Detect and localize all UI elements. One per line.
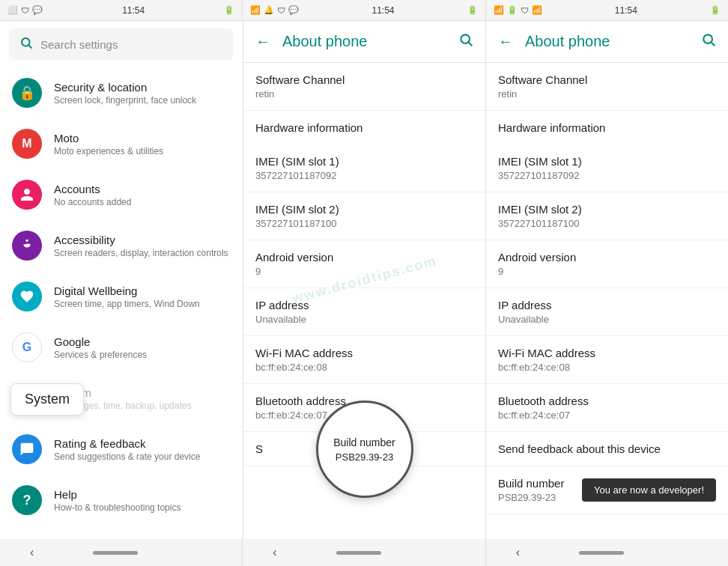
- search-icon-right[interactable]: [701, 32, 716, 51]
- settings-item-digitalwellbeing[interactable]: Digital Wellbeing Screen time, app timer…: [0, 271, 243, 322]
- info-android-right[interactable]: Android version 9: [486, 240, 728, 288]
- rating-icon: [12, 434, 42, 464]
- shield-icon: 🛡: [21, 6, 29, 15]
- status-bar: ⬜ 🛡 💬 11:54 🔋 📶 🔔 🛡 💬 11:54 🔋 📶 🔋 🛡 📶 11…: [0, 0, 728, 21]
- battery-icon-left: 🔋: [224, 5, 234, 15]
- info-build-right[interactable]: Build number PSB29.39-23 You are now a d…: [486, 466, 728, 514]
- build-text-right: Build number PSB29.39-23: [498, 477, 564, 503]
- search-icon: [19, 36, 33, 52]
- info-software-channel-right[interactable]: Software Channel retin: [486, 63, 728, 111]
- android-label-mid: Android version: [255, 251, 473, 264]
- settings-item-accounts[interactable]: Accounts No accounts added: [0, 169, 243, 220]
- accounts-text: Accounts No accounts added: [54, 183, 231, 207]
- back-btn-right[interactable]: ‹: [516, 546, 520, 559]
- build-circle[interactable]: Build number PSB29.39-23: [316, 401, 413, 498]
- android-label-right: Android version: [498, 251, 716, 264]
- digitalwellbeing-subtitle: Screen time, app timers, Wind Down: [54, 299, 231, 309]
- info-imei1-right[interactable]: IMEI (SIM slot 1) 357227101187092: [486, 144, 728, 192]
- moto-title: Moto: [54, 132, 231, 144]
- svg-point-5: [703, 34, 712, 43]
- status-icons-mid: 📶 🔔 🛡 💬: [250, 5, 299, 15]
- info-software-channel-mid[interactable]: Software Channel retin: [243, 63, 485, 111]
- middle-panel-title: About phone: [282, 33, 446, 50]
- svg-point-3: [461, 34, 470, 43]
- software-channel-label-right: Software Channel: [498, 73, 716, 86]
- settings-item-accessibility[interactable]: Accessibility Screen readers, display, i…: [0, 220, 243, 271]
- back-btn-left[interactable]: ‹: [30, 546, 34, 559]
- rating-text: Rating & feedback Send suggestions & rat…: [54, 437, 231, 462]
- accessibility-title: Accessibility: [54, 234, 231, 246]
- android-value-mid: 9: [255, 266, 473, 277]
- back-arrow-right[interactable]: ←: [498, 33, 513, 50]
- imei2-label-mid: IMEI (SIM slot 2): [255, 203, 473, 216]
- message-icon: 💬: [32, 5, 43, 15]
- settings-item-security[interactable]: 🔒 Security & location Screen lock, finge…: [0, 67, 243, 118]
- security-text: Security & location Screen lock, fingerp…: [54, 81, 231, 106]
- wifi-label-mid: Wi-Fi MAC address: [255, 347, 473, 359]
- info-android-mid[interactable]: Android version 9: [243, 240, 485, 288]
- android-value-right: 9: [498, 266, 716, 277]
- right-panel-content: Software Channel retin Hardware informat…: [486, 63, 728, 539]
- help-subtitle: How-to & troubleshooting topics: [54, 502, 231, 513]
- middle-panel-header: ← About phone: [243, 21, 485, 63]
- accounts-title: Accounts: [54, 183, 231, 195]
- ip-value-right: Unavailable: [498, 314, 716, 325]
- back-btn-mid[interactable]: ‹: [273, 546, 276, 559]
- info-imei2-right[interactable]: IMEI (SIM slot 2) 357227101187100: [486, 192, 728, 240]
- status-time-right: 11:54: [615, 5, 637, 16]
- settings-item-moto[interactable]: M Moto Moto experiences & utilities: [0, 118, 243, 169]
- back-arrow-mid[interactable]: ←: [255, 33, 270, 50]
- accounts-icon: [12, 180, 42, 210]
- info-bt-right[interactable]: Bluetooth address bc:ff:eb:24:ce:07: [486, 384, 728, 432]
- notif-icon-mid: 🔔: [264, 5, 274, 15]
- shield-icon-right: 🛡: [521, 6, 529, 15]
- imei2-value-mid: 357227101187100: [255, 218, 473, 229]
- settings-item-system[interactable]: System System Languages, time, backup, u…: [0, 373, 243, 424]
- software-channel-label-mid: Software Channel: [255, 73, 473, 86]
- search-bar[interactable]: Search settings: [9, 28, 234, 60]
- build-circle-container: Build number PSB29.39-23: [316, 401, 413, 498]
- info-feedback-right[interactable]: Send feedback about this device: [486, 432, 728, 466]
- help-text: Help How-to & troubleshooting topics: [54, 488, 231, 513]
- google-title: Google: [54, 335, 231, 348]
- wifi-label-right: Wi-Fi MAC address: [498, 347, 716, 359]
- digitalwellbeing-text: Digital Wellbeing Screen time, app timer…: [54, 284, 231, 309]
- ip-value-mid: Unavailable: [255, 314, 473, 325]
- bottom-nav-left: ‹: [0, 539, 243, 566]
- status-icons-right: 📶 🔋 🛡 📶: [494, 5, 542, 15]
- info-ip-right[interactable]: IP address Unavailable: [486, 288, 728, 336]
- info-imei1-mid[interactable]: IMEI (SIM slot 1) 357227101187092: [243, 144, 485, 192]
- digitalwellbeing-icon: [12, 282, 42, 311]
- status-section-mid: 📶 🔔 🛡 💬 11:54 🔋: [243, 0, 485, 20]
- info-wifi-mid[interactable]: Wi-Fi MAC address bc:ff:eb:24:ce:08: [243, 336, 485, 384]
- accessibility-text: Accessibility Screen readers, display, i…: [54, 234, 231, 258]
- developer-toast: You are now a developer!: [582, 478, 716, 502]
- hardware-info-section-mid: Hardware information: [243, 111, 485, 144]
- status-time-mid: 11:54: [371, 5, 394, 16]
- settings-item-rating[interactable]: Rating & feedback Send suggestions & rat…: [0, 424, 243, 475]
- info-imei2-mid[interactable]: IMEI (SIM slot 2) 357227101187100: [243, 192, 485, 240]
- svg-line-1: [28, 45, 31, 48]
- system-item-wrapper: System System Languages, time, backup, u…: [0, 373, 243, 424]
- search-placeholder: Search settings: [40, 38, 118, 51]
- settings-item-google[interactable]: G Google Services & preferences: [0, 322, 243, 373]
- status-section-left: ⬜ 🛡 💬 11:54 🔋: [0, 0, 243, 20]
- settings-panel: Search settings 🔒 Security & location Sc…: [0, 21, 243, 539]
- imei2-label-right: IMEI (SIM slot 2): [498, 203, 716, 216]
- info-wifi-right[interactable]: Wi-Fi MAC address bc:ff:eb:24:ce:08: [486, 336, 728, 384]
- bt-label-right: Bluetooth address: [498, 395, 716, 407]
- shield-icon-mid: 🛡: [277, 6, 285, 15]
- rating-title: Rating & feedback: [54, 437, 231, 450]
- wifi-value-mid: bc:ff:eb:24:ce:08: [255, 362, 473, 373]
- software-channel-value-mid: retin: [255, 88, 473, 100]
- google-icon: G: [12, 332, 42, 362]
- help-icon: ?: [12, 485, 42, 515]
- bt-value-right: bc:ff:eb:24:ce:07: [498, 410, 716, 421]
- settings-item-help[interactable]: ? Help How-to & troubleshooting topics: [0, 475, 243, 526]
- info-ip-mid[interactable]: IP address Unavailable: [243, 288, 485, 336]
- search-icon-mid[interactable]: [458, 32, 473, 51]
- main-layout: Search settings 🔒 Security & location Sc…: [0, 21, 728, 539]
- status-time-left: 11:54: [122, 5, 145, 16]
- build-value-right: PSB29.39-23: [498, 492, 564, 503]
- ip-label-right: IP address: [498, 299, 716, 311]
